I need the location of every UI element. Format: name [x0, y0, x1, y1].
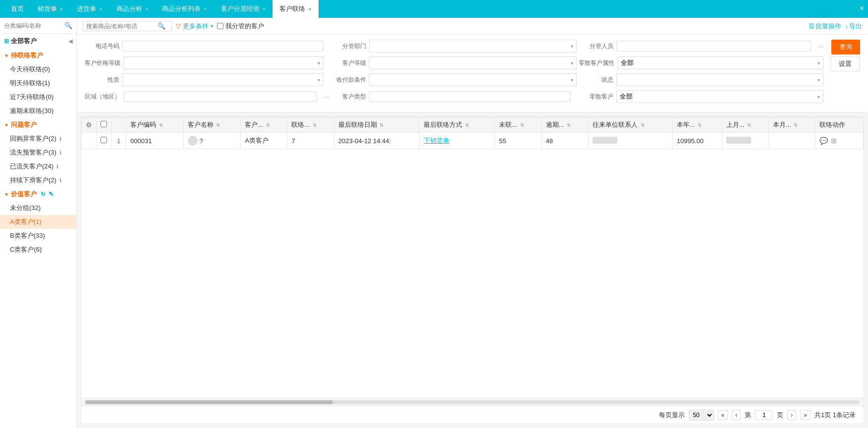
repurchase-abnormal-item[interactable]: 回购异常客户(2) ℹ — [0, 132, 76, 146]
main-search-input[interactable] — [86, 23, 156, 30]
nav-sales-order[interactable]: 销货单 × — [31, 0, 70, 18]
a-class-item[interactable]: A类客户(1) — [0, 215, 76, 229]
nav-purchase-order[interactable]: 进货单 × — [70, 0, 109, 18]
batch-op-button[interactable]: ☰ 批量操作 — [809, 22, 841, 31]
retail-attr-select[interactable]: 全部 ▾ — [617, 56, 823, 69]
sort-overdue-icon: ⇅ — [567, 122, 571, 128]
search-bar: 🔍 — [83, 21, 172, 31]
c-class-item[interactable]: C类客户(6) — [0, 243, 76, 257]
sidebar-search-icon[interactable]: 🔍 — [64, 22, 72, 29]
nav-customer-contact[interactable]: 客户联络 × — [272, 0, 318, 18]
export-button[interactable]: ↓ 导出 — [845, 22, 863, 31]
col-last-date[interactable]: 最后联络日期 ⇅ — [334, 117, 419, 133]
close-all-button[interactable]: × — [860, 4, 864, 13]
tomorrow-pending-item[interactable]: 明天待联络(1) — [0, 76, 76, 90]
more-conditions-button[interactable]: ▽ 更多条件 ▾ — [176, 22, 213, 31]
settings-button[interactable]: 设置 — [830, 56, 860, 71]
content-area: 🔍 ▽ 更多条件 ▾ 我分管的客户 ☰ 批量操作 ↓ 导出 — [77, 18, 868, 428]
all-customers-section[interactable]: ⊞ 全部客户 ◀ — [0, 34, 76, 49]
dept-select[interactable]: ▾ — [369, 40, 576, 53]
more-icon[interactable]: ⊞ — [831, 137, 837, 145]
payment-select[interactable]: ▾ — [369, 73, 576, 86]
churned-item[interactable]: 已流失客户(24) ℹ — [0, 160, 76, 173]
collapse-sidebar-icon[interactable]: ◀ — [68, 38, 72, 45]
pending-contact-header[interactable]: ▼ 待联络客户 — [0, 49, 76, 62]
next-page-button[interactable]: › — [787, 410, 796, 420]
my-customers-check[interactable] — [217, 23, 223, 29]
region-dots[interactable]: ··· — [322, 93, 331, 101]
customer-type-input[interactable] — [369, 91, 570, 102]
my-customers-checkbox[interactable]: 我分管的客户 — [217, 22, 264, 31]
problem-customers-header[interactable]: ▼ 问题客户 — [0, 118, 76, 132]
ungroup-item[interactable]: 未分组(32) — [0, 201, 76, 215]
col-this-year[interactable]: 本年... ⇅ — [673, 117, 722, 133]
row-checkbox-cell[interactable] — [97, 133, 111, 149]
phone-input[interactable] — [122, 41, 324, 52]
col-last-method[interactable]: 最后联络方式 ⇅ — [420, 117, 495, 133]
customer-table: ⚙ 客户编码 ⇅ 客户名称 — [81, 117, 864, 149]
declining-item[interactable]: 持续下滑客户(2) ℹ — [0, 173, 76, 187]
col-this-month[interactable]: 本月... ⇅ — [769, 117, 815, 133]
manager-dots[interactable]: ··· — [816, 43, 825, 50]
last-method-link[interactable]: 下销货单 — [424, 137, 449, 144]
today-pending-item[interactable]: 今天待联络(0) — [0, 62, 76, 76]
col-code[interactable]: 客户编码 ⇅ — [126, 117, 184, 133]
refresh-icon[interactable]: ↻ — [41, 191, 46, 198]
col-checkbox[interactable] — [97, 117, 111, 133]
col-overdue[interactable]: 逾期... ⇅ — [542, 117, 588, 133]
col-uncontacted[interactable]: 未联... ⇅ — [495, 117, 542, 133]
week-pending-item[interactable]: 近7天待联络(0) — [0, 90, 76, 104]
dept-arrow-icon: ▾ — [571, 44, 573, 49]
nav-product-list-close[interactable]: × — [204, 6, 207, 12]
action-cell: 💬 ⊞ — [815, 133, 864, 149]
value-customers-header[interactable]: ▼ 价值客户 ↻ ✎ — [0, 187, 76, 201]
select-all-checkbox[interactable] — [101, 121, 107, 127]
page-input[interactable] — [755, 410, 773, 420]
horizontal-scrollbar[interactable] — [85, 400, 860, 404]
manager-input[interactable] — [616, 41, 811, 52]
table-container[interactable]: ⚙ 客户编码 ⇅ 客户名称 — [81, 117, 864, 398]
this-month-cell — [769, 133, 815, 149]
prev-page-button[interactable]: ‹ — [732, 410, 741, 420]
nav-product-analysis[interactable]: 商品分析 × — [109, 0, 155, 18]
main-search-icon[interactable]: 🔍 — [158, 22, 165, 30]
last-page-button[interactable]: » — [800, 410, 811, 420]
sidebar-search-input[interactable] — [4, 22, 62, 29]
per-page-select[interactable]: 50 100 — [689, 410, 714, 421]
nav-product-analysis-close[interactable]: × — [145, 6, 148, 12]
nav-tier-close[interactable]: × — [263, 6, 266, 12]
first-page-button[interactable]: « — [718, 410, 728, 420]
gear-icon[interactable]: ⚙ — [86, 121, 92, 129]
nav-contact-close[interactable]: × — [308, 6, 311, 12]
nav-sales-order-close[interactable]: × — [60, 6, 63, 12]
this-year-cell: 10995.00 — [673, 133, 722, 149]
query-button[interactable]: 查询 — [831, 40, 860, 54]
manager-filter-cell: 分管人员 ··· — [579, 41, 825, 52]
nav-purchase-close[interactable]: × — [99, 6, 102, 12]
retail-customer-select[interactable]: 全部 ▾ — [616, 90, 823, 103]
nav-home[interactable]: 首页 — [4, 0, 31, 18]
status-select[interactable]: ▾ — [616, 73, 823, 86]
col-contact-person[interactable]: 往来单位联系人 ⇅ — [588, 117, 672, 133]
col-contact-count[interactable]: 联络... ⇅ — [287, 117, 334, 133]
last-method-cell[interactable]: 下销货单 — [420, 133, 495, 149]
col-type[interactable]: 客户... ⇅ — [241, 117, 287, 133]
nature-select[interactable]: ▾ — [122, 73, 324, 86]
advanced-filter-panel: 电话号码 分管部门 ▾ 分管人员 — [77, 35, 868, 112]
customer-tier-select[interactable]: ▾ — [369, 56, 576, 69]
nav-product-analysis-list[interactable]: 商品分析列表 × — [155, 0, 214, 18]
edit-icon[interactable]: ✎ — [49, 191, 54, 198]
churn-warning-item[interactable]: 流失预警客户(3) ℹ — [0, 146, 76, 160]
row-checkbox[interactable] — [101, 137, 107, 143]
col-last-month[interactable]: 上月... ⇅ — [722, 117, 768, 133]
col-gear[interactable]: ⚙ — [82, 117, 97, 133]
overdue-pending-item[interactable]: 逾期未联络(30) — [0, 104, 76, 118]
chat-icon[interactable]: 💬 — [819, 137, 828, 145]
price-tier-select[interactable]: ▾ — [123, 56, 324, 69]
nav-customer-tier[interactable]: 客户分层经营 × — [214, 0, 272, 18]
b-class-item[interactable]: B类客户(33) — [0, 229, 76, 243]
region-input[interactable] — [123, 91, 317, 102]
scrollbar-thumb[interactable] — [85, 400, 333, 404]
col-name[interactable]: 客户名称 ⇅ — [183, 117, 241, 133]
seq-cell: 1 — [111, 133, 126, 149]
